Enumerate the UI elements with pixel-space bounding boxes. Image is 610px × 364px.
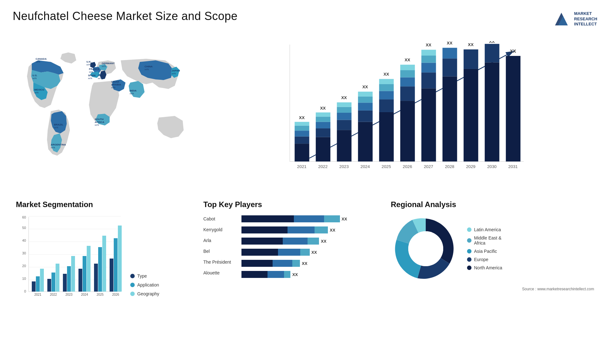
- svg-rect-139: [114, 238, 118, 292]
- svg-rect-74: [421, 88, 436, 161]
- svg-text:SPAIN: SPAIN: [88, 74, 96, 77]
- svg-rect-81: [443, 58, 457, 76]
- legend-label-middle-east-africa: Middle East &Africa: [474, 235, 501, 246]
- svg-rect-164: [284, 271, 290, 278]
- svg-text:U.K.: U.K.: [86, 60, 92, 63]
- svg-text:2027: 2027: [424, 164, 433, 169]
- svg-text:BRAZIL: BRAZIL: [54, 123, 63, 126]
- svg-text:2026: 2026: [403, 164, 412, 169]
- svg-rect-128: [71, 256, 75, 292]
- svg-text:XX: XX: [342, 217, 347, 221]
- svg-rect-56: [358, 122, 373, 162]
- svg-rect-40: [295, 131, 309, 136]
- legend-north-america: North America: [467, 265, 502, 270]
- donut-container: Latin America Middle East &Africa Asia P…: [391, 214, 594, 284]
- svg-rect-126: [63, 274, 67, 292]
- svg-text:XX: XX: [510, 49, 516, 54]
- svg-rect-75: [421, 72, 436, 88]
- bottom-section: Market Segmentation 0 10 20 30 40 50 60: [13, 197, 597, 306]
- svg-rect-160: [292, 260, 300, 267]
- svg-text:XX: XX: [302, 261, 308, 266]
- svg-rect-85: [464, 50, 478, 69]
- svg-text:FRANCE: FRANCE: [89, 68, 100, 71]
- svg-rect-58: [358, 103, 373, 111]
- bar-chart-svg: XX XX XX XX: [216, 41, 591, 184]
- svg-rect-41: [295, 126, 309, 131]
- svg-rect-162: [241, 271, 268, 278]
- svg-text:XX: XX: [383, 72, 389, 77]
- world-map-svg: CANADA xx% U.S. xx% MEXICO xx% BRAZIL xx…: [13, 35, 203, 187]
- svg-rect-134: [94, 264, 98, 292]
- legend-dot-middle-east-africa: [467, 238, 471, 243]
- page-title: Neufchatel Cheese Market Size and Scope: [13, 10, 238, 23]
- svg-text:xx%: xx%: [54, 126, 58, 129]
- legend-middle-east-africa: Middle East &Africa: [467, 235, 502, 246]
- svg-rect-158: [241, 260, 273, 267]
- legend-asia-pacific: Asia Pacific: [467, 249, 502, 254]
- svg-rect-50: [337, 130, 351, 161]
- svg-rect-124: [56, 264, 59, 292]
- legend-label-north-america: North America: [474, 265, 502, 270]
- svg-rect-64: [379, 91, 394, 99]
- svg-rect-123: [51, 273, 55, 292]
- svg-rect-150: [241, 238, 283, 245]
- svg-rect-70: [400, 78, 415, 87]
- players-title: Top Key Players: [203, 200, 375, 209]
- player-name-3: Bel: [203, 249, 232, 254]
- svg-text:JAPAN: JAPAN: [172, 69, 180, 72]
- svg-text:xx%: xx%: [34, 91, 38, 94]
- svg-text:XX: XX: [426, 43, 431, 47]
- legend-dot-geography: [130, 292, 135, 296]
- svg-rect-159: [273, 260, 292, 267]
- svg-rect-54: [337, 102, 351, 107]
- legend-label-type: Type: [137, 273, 147, 279]
- svg-rect-146: [241, 226, 288, 233]
- svg-text:2023: 2023: [339, 164, 349, 169]
- svg-text:XX: XX: [311, 250, 317, 255]
- svg-text:2026: 2026: [112, 293, 119, 296]
- logo-text: MARKET RESEARCH INTELLECT: [574, 11, 597, 27]
- svg-rect-71: [400, 70, 415, 78]
- svg-text:XX: XX: [404, 57, 410, 62]
- legend-europe: Europe: [467, 257, 502, 262]
- svg-rect-72: [400, 65, 415, 70]
- svg-text:xx%: xx%: [32, 77, 37, 79]
- svg-rect-65: [379, 84, 394, 91]
- players-section: Top Key Players Cabot Kerrygold Arla Bel…: [200, 197, 378, 306]
- svg-text:xx%: xx%: [111, 86, 115, 89]
- svg-rect-144: [324, 215, 340, 222]
- svg-rect-155: [278, 249, 300, 256]
- svg-text:xx%: xx%: [95, 124, 99, 126]
- svg-text:CHINA: CHINA: [145, 65, 153, 68]
- svg-text:2021: 2021: [34, 293, 42, 296]
- logo: MARKET RESEARCH INTELLECT: [552, 10, 597, 29]
- svg-rect-52: [337, 113, 351, 120]
- svg-text:2031: 2031: [508, 164, 518, 169]
- svg-rect-135: [98, 247, 102, 292]
- svg-rect-38: [295, 144, 309, 161]
- svg-text:xx%: xx%: [98, 77, 102, 79]
- svg-rect-120: [40, 269, 44, 292]
- svg-text:xx%: xx%: [36, 61, 40, 63]
- legend-dot-type: [130, 274, 135, 278]
- svg-rect-78: [421, 50, 436, 56]
- svg-rect-51: [337, 120, 351, 130]
- header: Neufchatel Cheese Market Size and Scope …: [13, 10, 597, 29]
- svg-text:2024: 2024: [81, 293, 88, 296]
- svg-text:ITALY: ITALY: [98, 74, 105, 77]
- svg-text:XX: XX: [320, 106, 326, 111]
- svg-rect-60: [358, 92, 373, 97]
- svg-rect-154: [241, 249, 278, 256]
- svg-text:SOUTH: SOUTH: [95, 118, 104, 121]
- svg-text:XX: XX: [330, 228, 336, 233]
- svg-text:20: 20: [22, 264, 26, 268]
- svg-text:GERMANY: GERMANY: [102, 62, 115, 65]
- player-name-4: The Président: [203, 260, 232, 265]
- svg-rect-132: [87, 246, 91, 292]
- svg-text:SAUDI: SAUDI: [111, 80, 119, 83]
- legend-label-asia-pacific: Asia Pacific: [474, 249, 497, 254]
- svg-text:XX: XX: [447, 41, 452, 45]
- svg-text:INDIA: INDIA: [130, 89, 137, 92]
- svg-text:xx%: xx%: [145, 68, 149, 71]
- legend-label-latin-america: Latin America: [474, 227, 501, 232]
